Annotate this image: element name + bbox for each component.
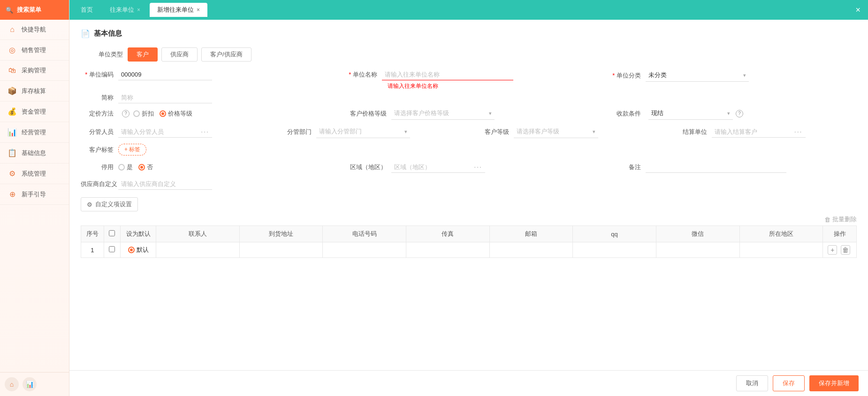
add-tag-button[interactable]: + 标签 — [118, 144, 146, 155]
radio-disabled-no[interactable]: 否 — [138, 163, 153, 171]
cell-phone[interactable] — [323, 242, 406, 258]
wechat-input[interactable] — [661, 247, 735, 254]
region-input[interactable] — [394, 163, 472, 171]
tab-new-partner[interactable]: 新增往来单位 × — [150, 3, 207, 17]
delete-row-button[interactable]: 🗑 — [841, 245, 850, 255]
row-actions: + 🗑 — [828, 245, 852, 255]
sidebar-search[interactable]: 🔍 搜索菜单 — [0, 0, 69, 20]
cell-wechat[interactable] — [656, 242, 739, 258]
sidebar-item-purchase[interactable]: 🛍采购管理 — [0, 61, 69, 81]
region-table-input[interactable] — [745, 247, 818, 254]
supplier-custom-input[interactable] — [118, 179, 212, 190]
sidebar-search-label: 搜索菜单 — [17, 6, 41, 14]
cancel-button[interactable]: 取消 — [736, 375, 768, 391]
phone-input[interactable] — [327, 247, 401, 254]
department-select[interactable]: 请输入分管部门 ▾ — [316, 125, 410, 138]
customer-price-level-select[interactable]: 请选择客户价格等级 ▾ — [391, 107, 495, 120]
sidebar-item-sales[interactable]: ◎销售管理 — [0, 40, 69, 61]
form-row-supplier-custom: 供应商自定义 — [81, 179, 857, 190]
unit-btn-both[interactable]: 客户/供应商 — [201, 47, 251, 62]
sidebar-item-inventory[interactable]: 📦库存核算 — [0, 81, 69, 101]
sidebar-item-quick-nav[interactable]: ⌂快捷导航 — [0, 20, 69, 40]
tab-bar-close[interactable]: × — [852, 3, 864, 17]
unit-code-input[interactable] — [118, 69, 212, 80]
payment-terms-help[interactable]: ? — [736, 110, 743, 117]
unit-btn-customer[interactable]: 客户 — [128, 47, 158, 62]
payment-terms-select[interactable]: 现结 ▾ — [648, 107, 733, 120]
tab-bar: 首页 往来单位 × 新增往来单位 × × — [69, 0, 868, 20]
cell-email[interactable] — [489, 242, 573, 258]
unit-btn-supplier[interactable]: 供应商 — [161, 47, 198, 62]
unit-type-buttons: 客户 供应商 客户/供应商 — [128, 47, 251, 62]
inventory-icon: 📦 — [8, 86, 17, 95]
radio-disabled-yes[interactable]: 是 — [118, 163, 133, 171]
sidebar-item-basic-info[interactable]: 📋基础信息 — [0, 143, 69, 163]
tab-new-partner-close[interactable]: × — [197, 7, 200, 13]
col-address: 到货地址 — [239, 226, 323, 242]
add-row-button[interactable]: + — [828, 245, 837, 255]
payment-terms-value: 现结 — [651, 109, 727, 117]
tab-partner-close[interactable]: × — [137, 7, 140, 13]
operations-label: 经营管理 — [22, 128, 46, 137]
save-button[interactable]: 保存 — [773, 375, 805, 391]
tab-partner[interactable]: 往来单位 × — [102, 3, 148, 17]
disabled-radios: 是 否 — [118, 163, 153, 171]
cell-fax[interactable] — [406, 242, 489, 258]
qq-input[interactable] — [578, 247, 651, 254]
notes-input[interactable] — [646, 162, 786, 173]
radio-price-level[interactable]: 价格等级 — [160, 109, 192, 118]
form-content: 📄 基本信息 单位类型 客户 供应商 客户/供应商 单位编码 单位名称 — [69, 20, 868, 370]
payment-terms-arrow: ▾ — [727, 110, 730, 116]
basic-info-label: 基础信息 — [22, 149, 46, 157]
unit-category-value: 未分类 — [648, 71, 743, 79]
customer-level-select[interactable]: 请选择客户等级 ▾ — [514, 125, 598, 138]
col-qq: qq — [573, 226, 656, 242]
pricing-help-icon[interactable]: ? — [122, 110, 129, 117]
radio-discount[interactable]: 折扣 — [133, 109, 154, 118]
sidebar-item-operations[interactable]: 📊经营管理 — [0, 122, 69, 143]
sidebar-footer-btn-1[interactable]: ⌂ — [5, 377, 19, 391]
sidebar-item-system[interactable]: ⚙系统管理 — [0, 163, 69, 184]
batch-delete-row[interactable]: 🗑 批量删除 — [81, 215, 857, 224]
customer-price-level-label: 客户价格等级 — [344, 109, 391, 118]
department-placeholder: 请输入分管部门 — [319, 127, 404, 136]
fax-input[interactable] — [411, 247, 485, 254]
address-input[interactable] — [244, 247, 318, 254]
supplier-custom-field: 供应商自定义 — [81, 179, 857, 190]
unit-name-input[interactable] — [382, 69, 513, 80]
cell-address[interactable] — [239, 242, 323, 258]
sidebar-footer-btn-2[interactable]: 📊 — [23, 377, 37, 391]
row-checkbox[interactable] — [109, 246, 115, 252]
customer-level-arrow: ▾ — [593, 129, 595, 135]
settlement-unit-input[interactable] — [715, 128, 792, 135]
email-input[interactable] — [495, 247, 568, 254]
sales-icon: ◎ — [8, 46, 17, 54]
system-label: 系统管理 — [22, 170, 46, 178]
sidebar-item-guide[interactable]: ⊕新手引导 — [0, 184, 69, 205]
custom-settings-button[interactable]: ⚙ 自定义项设置 — [81, 197, 138, 211]
cell-checkbox — [104, 242, 120, 258]
contact-input[interactable] — [161, 247, 235, 254]
manager-dots[interactable]: ··· — [201, 128, 209, 135]
manager-input[interactable] — [121, 128, 199, 135]
sales-label: 销售管理 — [22, 46, 46, 54]
customer-level-label: 客户等级 — [476, 128, 514, 136]
radio-discount-label: 折扣 — [142, 109, 154, 118]
tab-home[interactable]: 首页 — [73, 3, 100, 17]
settlement-unit-dots[interactable]: ··· — [794, 128, 803, 135]
sidebar-item-finance[interactable]: 💰资金管理 — [0, 101, 69, 122]
notes-label: 备注 — [608, 163, 646, 171]
save-new-button[interactable]: 保存并新增 — [809, 375, 859, 391]
default-radio[interactable]: 默认 — [125, 246, 151, 254]
select-all-checkbox[interactable] — [109, 230, 115, 236]
col-email: 邮箱 — [489, 226, 573, 242]
short-name-input[interactable] — [118, 92, 212, 103]
unit-category-select[interactable]: 未分类 ▾ — [646, 69, 749, 82]
cell-qq[interactable] — [573, 242, 656, 258]
cell-region[interactable] — [739, 242, 823, 258]
section-icon: 📄 — [81, 29, 90, 38]
cell-contact[interactable] — [156, 242, 239, 258]
short-name-label: 简称 — [81, 93, 118, 102]
region-dots[interactable]: ··· — [474, 163, 482, 171]
cell-seq: 1 — [81, 242, 104, 258]
